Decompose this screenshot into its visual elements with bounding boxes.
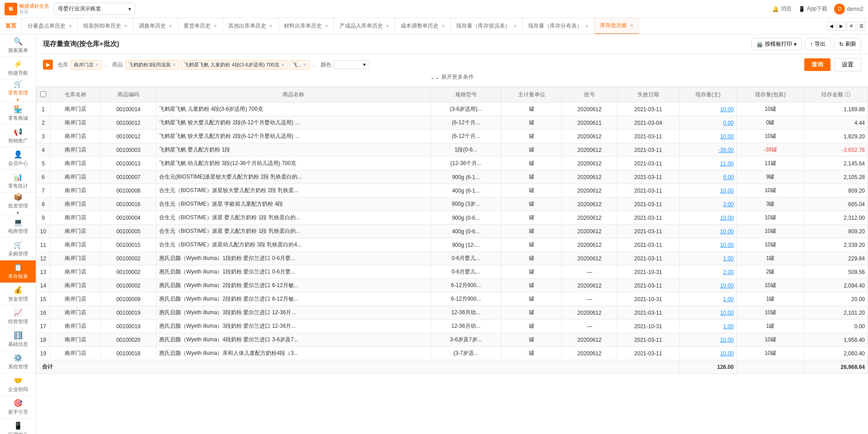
sidebar-item-operations[interactable]: 📈 经营管理 [0,306,36,328]
sidebar-item-collab[interactable]: 🤝 企业协同 [0,373,36,396]
cell-qty-main[interactable]: 10.00 [679,130,736,143]
sidebar-item-finance[interactable]: 💰 资金管理 [0,283,36,306]
sidebar-item-basics[interactable]: ℹ️ 基础信息 [0,328,36,351]
sidebar-item-quicknav[interactable]: ⚡ 快捷导航 [0,57,36,80]
app-download-btn[interactable]: 📱 App下载 [798,5,827,13]
color-select[interactable]: ▾ [334,60,370,69]
sidebar-item-retail-mall[interactable]: 🏪 零售商城 [0,102,36,125]
tab-diaobodanlishi[interactable]: 调拨单历史 ✕ [133,18,178,34]
setting-button[interactable]: 设置 [834,58,861,71]
close-icon[interactable]: ✕ [441,24,445,28]
product-filter-more[interactable]: ... [311,62,316,67]
tab-xiancunliang1[interactable]: 现存量（库存状况表） ✕ [451,18,523,34]
sidebar-item-retail-mgmt[interactable]: 🛒 零售管理 ▼ [0,80,36,102]
cell-qty-main[interactable]: 10.00 [679,279,736,292]
close-icon[interactable]: ✕ [630,23,633,28]
nav-close-btn[interactable]: ✕ [847,22,856,31]
close-icon[interactable]: ✕ [585,24,589,28]
sidebar-item-guide[interactable]: 🎯 新手引导 [0,396,36,419]
tab-xiancunliang2[interactable]: 现存量（库存分布表） ✕ [523,18,594,34]
cell-expire: 2021-03-11 [617,130,679,143]
tab-yaohuo[interactable]: 要货单历史 ✕ [178,18,223,34]
cell-qty-main[interactable]: 2.00 [679,265,736,279]
cell-qty-main[interactable]: 9.00 [679,170,736,184]
tab-chengbendianji[interactable]: 成本调整单历史 ✕ [395,18,451,34]
cell-qty-main[interactable]: 3.00 [679,198,736,211]
cell-qty-main[interactable]: 1.00 [679,252,736,265]
print-button[interactable]: 🖨️ 按模板打印 ▾ [751,38,802,50]
tab-cailiaochu[interactable]: 材料出库单历史 ✕ [278,18,334,34]
sidebar-item-system[interactable]: ⚙️ 系统管理 [0,351,36,373]
cell-qty-main[interactable]: 11.00 [679,157,736,170]
close-icon[interactable]: ✕ [68,24,72,28]
remove-product-tag-3[interactable]: ✕ [303,62,307,67]
cell-qty-main[interactable]: 10.00 [679,306,736,320]
remove-warehouse-tag[interactable]: ✕ [95,62,99,67]
cell-spec: 12-36月幼... [431,306,501,320]
sidebar-item-appcenter[interactable]: 📱 应用中心 [0,419,36,434]
nav-prev-btn[interactable]: ◀ [827,22,836,31]
nav-next-btn[interactable]: ▶ [837,22,846,31]
cell-expire: 2021-03-11 [617,252,679,265]
tab-qitachuku[interactable]: 其他出库单历史 ✕ [223,18,278,34]
cell-qty-main[interactable]: 0.00 [679,116,736,130]
close-icon[interactable]: ✕ [124,24,127,28]
tab-fenliangpandian[interactable]: 分量盘点单历史 ✕ [22,18,78,34]
cell-qty-main[interactable]: 10.00 [679,184,736,198]
message-btn[interactable]: 🔔 消息 [772,5,792,13]
sidebar-item-inventory[interactable]: 📋 库存核算 [0,260,36,283]
sidebar-item-purchase[interactable]: 🛒 采购管理 [0,238,36,260]
filter-arrow-btn[interactable]: ▶ [43,60,53,70]
cell-qty-main[interactable]: 10.00 [679,103,736,116]
export-button[interactable]: ↑ 导出 [805,38,830,50]
cell-qty-main[interactable]: 1.00 [679,292,736,306]
close-icon[interactable]: ✕ [325,24,328,28]
cell-unit: 罐 [501,103,562,116]
cell-code: 00100002 [101,252,156,265]
cell-qty-pkg: 10罐 [736,238,804,252]
remove-product-tag-1[interactable]: ✕ [172,62,176,67]
close-icon[interactable]: ✕ [513,24,517,28]
filter-more-btn[interactable]: ... [104,62,108,67]
user-avatar[interactable]: D demo2 [834,4,863,14]
cell-qty-pkg: 1罐 [736,252,804,265]
sidebar-item-members[interactable]: 👤 会员中心 [0,147,36,170]
sidebar-item-search[interactable]: 🔍 搜索菜单 [0,34,36,57]
tab-chanchengpin[interactable]: 产成品入库单历史 ✕ [334,18,395,34]
cart-icon: 🛒 [14,80,23,88]
select-all-checkbox[interactable] [40,91,46,97]
cell-unit: 罐 [501,279,562,292]
sidebar-item-marketing[interactable]: 📢 营销推广 [0,125,36,147]
cell-qty-main[interactable]: 10.00 [679,347,736,360]
cell-expire: 2021-03-11 [617,279,679,292]
cell-spec: (12-36个月... [431,157,501,170]
cell-qty-main[interactable]: -39.00 [679,143,736,157]
cell-code: 00100002 [101,279,156,292]
table-footer-row: 合计 126.00 26,968.64 [37,360,868,374]
close-icon[interactable]: ✕ [213,24,217,28]
sidebar-item-ecommerce[interactable]: 💻 电商管理 [0,215,36,238]
cell-qty-main[interactable]: 10.00 [679,225,736,238]
close-icon[interactable]: ✕ [386,24,389,28]
query-button[interactable]: 查询 [804,58,830,71]
nav-menu-btn[interactable]: ☰ [857,22,866,31]
sidebar-item-wholesale[interactable]: 📦 批发管理 ▼ [0,193,36,215]
refresh-button[interactable]: ↻ 刷新 [834,38,861,50]
cell-qty-main[interactable]: 10.00 [679,238,736,252]
remove-product-tag-2[interactable]: ✕ [281,62,284,67]
cell-name: 惠氏启颜（Wyeth illuma）3段奶粉 爱尔兰进口 12-36月... [156,306,431,320]
tab-zuzhangchaijian[interactable]: 组装拆卸单历史 ✕ [78,18,133,34]
cell-expire: 2021-10-31 [617,320,679,333]
cell-qty-main[interactable]: 10.00 [679,333,736,347]
close-icon[interactable]: ✕ [269,24,273,28]
expand-more-btn[interactable]: ⌄⌄ 展开更多条件 [430,73,474,81]
org-select[interactable]: 母婴行业演示账套 ▾ [54,3,135,15]
close-icon[interactable]: ✕ [169,24,172,28]
cell-qty-main[interactable]: 10.00 [679,211,736,225]
cell-no: 7 [37,184,50,198]
tab-home[interactable]: 首页 [0,18,22,34]
sidebar-item-retail-stats[interactable]: 📊 零售统计 [0,170,36,193]
cell-expire: 2021-10-31 [617,292,679,306]
tab-kucunpicizh[interactable]: 库存批次账 ✕ [594,18,639,34]
cell-qty-main[interactable]: 1.00 [679,320,736,333]
